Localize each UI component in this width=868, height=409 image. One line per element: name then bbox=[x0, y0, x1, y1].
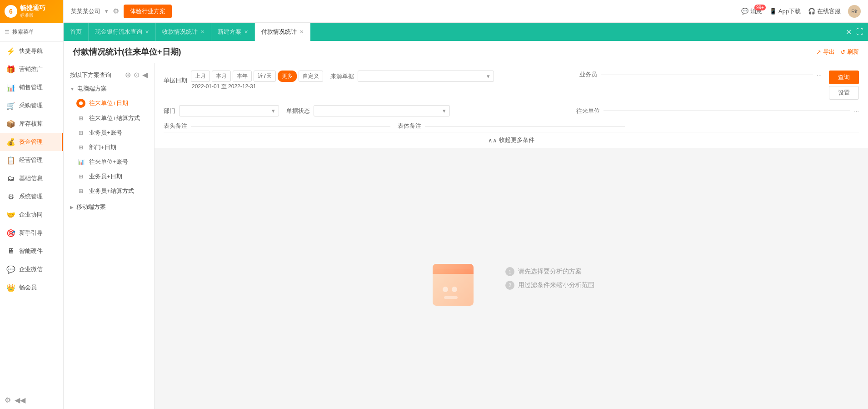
sidebar-item-sales[interactable]: 📊 销售管理 bbox=[0, 78, 63, 96]
voucher-status-label: 单据状态 bbox=[286, 107, 310, 115]
guide-icon: 🎯 bbox=[6, 228, 15, 237]
close-tab-btn[interactable]: ✕ bbox=[846, 28, 852, 36]
collapse-conditions-btn[interactable]: ∧∧ 收起更多条件 bbox=[488, 136, 534, 144]
scheme-settings-icon[interactable]: ⊙ bbox=[134, 71, 140, 79]
query-button[interactable]: 查询 bbox=[829, 71, 859, 84]
scheme-item-staff-account[interactable]: ⊞ 业务员+账号 bbox=[64, 126, 154, 140]
tab-receipt-stats[interactable]: 收款情况统计 ✕ bbox=[156, 23, 211, 41]
scheme-item-label: 往来单位+账号 bbox=[89, 158, 128, 166]
refresh-button[interactable]: ↺ 刷新 bbox=[840, 48, 859, 56]
status-chevron-icon bbox=[443, 107, 446, 114]
sidebar-footer: ⚙ ◀◀ bbox=[0, 391, 63, 409]
date-custom[interactable]: 自定义 bbox=[299, 71, 323, 82]
scheme-add-icon[interactable]: ⊕ bbox=[125, 71, 131, 79]
content-area: 1 请先选择要分析的方案 2 用过滤条件来缩小分析范围 bbox=[155, 148, 868, 409]
sidebar-title: 畅捷通巧 bbox=[20, 4, 45, 12]
sidebar-nav: ⚡ 快捷导航 🎁 营销推广 📊 销售管理 🛒 采购管理 📦 库存核算 💰 bbox=[0, 42, 63, 391]
messages-item[interactable]: 💬 消息 99+ bbox=[741, 7, 762, 15]
scheme-grid-icon: ⊞ bbox=[76, 144, 85, 151]
export-icon: ↗ bbox=[816, 49, 821, 56]
sidebar-item-system[interactable]: ⚙ 系统管理 bbox=[0, 187, 63, 206]
tab-cash-flow-close[interactable]: ✕ bbox=[145, 29, 149, 35]
basic-icon: 🗂 bbox=[6, 174, 15, 183]
tab-payment-stats-close[interactable]: ✕ bbox=[299, 29, 304, 35]
enterprise-icon: 🤝 bbox=[6, 210, 15, 219]
sidebar-item-label: 畅会员 bbox=[19, 283, 37, 292]
app-download-item[interactable]: 📱 App下载 bbox=[769, 7, 801, 15]
sidebar-item-basic[interactable]: 🗂 基础信息 bbox=[0, 169, 63, 187]
tab-cash-flow-label: 现金银行流水查询 bbox=[95, 28, 142, 36]
dept-select[interactable] bbox=[179, 105, 279, 116]
scheme-grid-icon: ⊞ bbox=[76, 130, 85, 136]
hint-num-1: 1 bbox=[505, 267, 514, 276]
contact-ellipsis[interactable]: ··· bbox=[854, 107, 859, 114]
weixin-icon: 💬 bbox=[6, 265, 15, 274]
online-service-label: 在线客服 bbox=[817, 7, 841, 15]
scheme-item-label: 业务员+日期 bbox=[89, 172, 122, 181]
sidebar-item-guide[interactable]: 🎯 新手引导 bbox=[0, 224, 63, 242]
collapse-up-icon: ∧∧ bbox=[488, 137, 497, 144]
date-filter-group: 上月 本月 本年 近7天 更多 自定义 2022-01-01 至 2022-12… bbox=[191, 71, 323, 91]
settings-button[interactable]: 设置 bbox=[829, 86, 859, 100]
scheme-item-dept-date[interactable]: ⊞ 部门+日期 bbox=[64, 140, 154, 155]
sidebar-item-enterprise[interactable]: 🤝 企业协同 bbox=[0, 206, 63, 224]
collapse-btn-label: 收起更多条件 bbox=[499, 136, 534, 144]
illus-box-lid bbox=[433, 264, 474, 274]
sidebar-item-purchase[interactable]: 🛒 采购管理 bbox=[0, 96, 63, 115]
tab-cash-flow[interactable]: 现金银行流水查询 ✕ bbox=[89, 23, 156, 41]
tab-payment-stats[interactable]: 付款情况统计 ✕ bbox=[255, 23, 310, 41]
sidebar-item-operation[interactable]: 📋 经营管理 bbox=[0, 151, 63, 169]
tab-new-plan-close[interactable]: ✕ bbox=[244, 29, 248, 35]
sidebar-item-inventory[interactable]: 📦 库存核算 bbox=[0, 115, 63, 133]
sidebar-item-member[interactable]: 👑 畅会员 bbox=[0, 278, 63, 297]
scheme-item-label: 部门+日期 bbox=[89, 143, 116, 151]
app-download-label: App下载 bbox=[778, 7, 801, 15]
sidebar-item-marketing[interactable]: 🎁 营销推广 bbox=[0, 60, 63, 78]
collapse-sidebar-icon[interactable]: ◀◀ bbox=[15, 396, 25, 404]
trial-button[interactable]: 体验行业方案 bbox=[124, 5, 172, 18]
sidebar-item-hardware[interactable]: 🖥 智能硬件 bbox=[0, 242, 63, 260]
empty-state: 1 请先选择要分析的方案 2 用过滤条件来缩小分析范围 bbox=[428, 251, 594, 306]
voucher-status-select[interactable] bbox=[314, 105, 450, 116]
tab-bar-actions: ✕ ⛶ bbox=[841, 23, 868, 41]
sidebar: 6 畅捷通巧 标准版 ☰ 搜索菜单 ⚡ 快捷导航 🎁 营销推广 📊 销 bbox=[0, 0, 64, 409]
scheme-collapse-icon[interactable]: ◀ bbox=[142, 71, 148, 79]
source-select[interactable] bbox=[358, 71, 494, 82]
online-service-item[interactable]: 🎧 在线客服 bbox=[808, 7, 841, 15]
scheme-item-staff-date[interactable]: ⊞ 业务员+日期 bbox=[64, 169, 154, 184]
tab-new-plan[interactable]: 新建方案 ✕ bbox=[211, 23, 255, 41]
maximize-tab-btn[interactable]: ⛶ bbox=[856, 28, 863, 36]
sidebar-item-finance[interactable]: 💰 资金管理 bbox=[0, 133, 63, 151]
body-note-input-area bbox=[425, 126, 624, 126]
sidebar-item-quick-nav[interactable]: ⚡ 快捷导航 bbox=[0, 42, 63, 60]
main-content: 某某某公司 ▾ ⚙ 体验行业方案 💬 消息 99+ 📱 App下载 🎧 在线客服 bbox=[64, 0, 868, 409]
export-button[interactable]: ↗ 导出 bbox=[816, 48, 835, 56]
scheme-desktop-header[interactable]: ▼ 电脑端方案 bbox=[64, 82, 154, 96]
date-this-year[interactable]: 本年 bbox=[233, 71, 252, 82]
tab-home[interactable]: 首页 bbox=[64, 23, 89, 41]
company-dropdown-arrow[interactable]: ▾ bbox=[105, 8, 108, 15]
settings-footer-icon[interactable]: ⚙ bbox=[5, 396, 11, 404]
date-7days[interactable]: 近7天 bbox=[254, 71, 276, 82]
sidebar-item-label: 基础信息 bbox=[19, 174, 43, 182]
company-settings-icon[interactable]: ⚙ bbox=[113, 7, 119, 15]
search-menu-item[interactable]: ☰ 搜索菜单 bbox=[5, 26, 59, 38]
sidebar-item-label: 采购管理 bbox=[19, 101, 43, 110]
user-avatar[interactable]: Rit bbox=[848, 5, 861, 18]
scheme-mobile-header[interactable]: ▶ 移动端方案 bbox=[64, 200, 154, 214]
scheme-item-staff-settle[interactable]: ⊞ 业务员+结算方式 bbox=[64, 184, 154, 198]
tab-receipt-stats-close[interactable]: ✕ bbox=[200, 29, 205, 35]
top-bar: 某某某公司 ▾ ⚙ 体验行业方案 💬 消息 99+ 📱 App下载 🎧 在线客服 bbox=[64, 0, 868, 23]
sidebar-item-weixin[interactable]: 💬 企业微信 bbox=[0, 260, 63, 278]
date-last-month[interactable]: 上月 bbox=[191, 71, 210, 82]
date-this-month[interactable]: 本月 bbox=[212, 71, 231, 82]
export-label: 导出 bbox=[823, 48, 835, 56]
purchase-icon: 🛒 bbox=[6, 101, 15, 110]
staff-ellipsis[interactable]: ··· bbox=[817, 71, 822, 78]
date-more[interactable]: 更多 bbox=[278, 71, 297, 82]
scheme-item-contact-date[interactable]: 往来单位+日期 bbox=[64, 96, 154, 111]
scheme-item-contact-account[interactable]: 📊 往来单位+账号 bbox=[64, 155, 154, 169]
scheme-panel-title: 按以下方案查询 bbox=[70, 71, 111, 79]
scheme-group-arrow-icon: ▼ bbox=[70, 86, 75, 91]
scheme-item-contact-settle[interactable]: ⊞ 往来单位+结算方式 bbox=[64, 111, 154, 126]
